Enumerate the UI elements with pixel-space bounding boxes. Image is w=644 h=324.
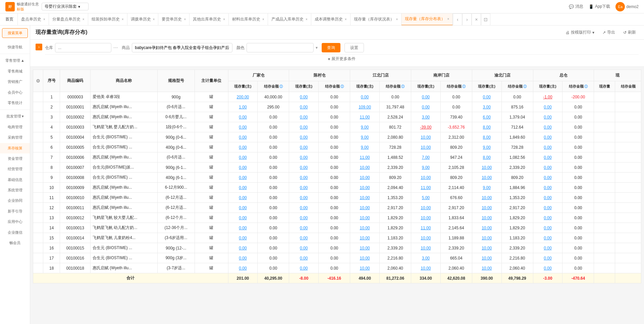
row-total-qty[interactable]: 0.00 xyxy=(533,243,562,253)
sidebar-item-finance[interactable]: 资金管理 xyxy=(0,153,30,164)
row-yubeimen-qty[interactable]: 9.00 xyxy=(472,183,501,193)
sidebar-item-corp-collab[interactable]: 企业协同 xyxy=(0,195,30,206)
color-input[interactable] xyxy=(247,43,314,52)
row-factory-qty[interactable]: 0.00 xyxy=(228,122,258,132)
row-yubeimen-qty[interactable]: 10.00 xyxy=(472,173,501,183)
sidebar-item-ecommerce[interactable]: 电商管理 xyxy=(0,122,30,132)
sidebar-item-new-guide[interactable]: 新手引导 xyxy=(0,206,30,217)
row-jiangbei-qty[interactable]: 9.00 xyxy=(350,122,380,132)
row-jiangbei-qty[interactable]: 10.00 xyxy=(350,203,380,213)
row-chenjia-qty[interactable]: 0.00 xyxy=(289,263,319,273)
row-yubeimen-qty[interactable]: 3.00 xyxy=(472,102,501,112)
row-yubeimen-qty[interactable]: 8.00 xyxy=(472,152,501,163)
sidebar-item-marketing[interactable]: 营销推广 xyxy=(0,77,30,87)
info-icon[interactable]: ⓘ xyxy=(462,85,466,88)
goods-input[interactable] xyxy=(132,43,232,52)
expand-conditions-button[interactable]: ▾ 展开更多条件 xyxy=(328,56,356,62)
row-nanan-qty[interactable]: 10.00 xyxy=(411,213,440,223)
sidebar-item-inventory[interactable]: 库存核算 xyxy=(0,143,30,153)
row-factory-qty[interactable]: 0.00 xyxy=(228,263,258,273)
row-chenjia-qty[interactable]: 0.00 xyxy=(289,163,319,173)
row-factory-qty[interactable]: 0.00 xyxy=(228,152,258,163)
row-factory-qty[interactable]: 0.00 xyxy=(228,213,258,223)
export-button[interactable]: ↗ 导出 xyxy=(600,28,618,37)
row-jiangbei-qty[interactable]: 10.00 xyxy=(350,173,380,183)
tab-close-icon[interactable]: × xyxy=(345,17,347,21)
sidebar-item-corp-wechat[interactable]: 企业微信 xyxy=(0,227,30,238)
row-jiangbei-qty[interactable]: 10.00 xyxy=(350,223,380,233)
tab-finished-in[interactable]: 产成品入库单历史 × xyxy=(268,13,311,26)
tab-transfer[interactable]: 调拨单历史 × xyxy=(127,13,159,26)
tab-inventory-check[interactable]: 盘点单历史 × xyxy=(18,13,49,26)
tab-next-button[interactable]: › xyxy=(462,13,472,26)
row-total-qty[interactable]: 0.00 xyxy=(533,223,562,233)
row-factory-qty[interactable]: 200.00 xyxy=(228,92,258,102)
info-icon[interactable]: ⓘ xyxy=(279,85,283,88)
row-factory-qty[interactable]: 0.00 xyxy=(228,163,258,173)
row-nanan-qty[interactable]: 10.00 xyxy=(411,173,440,183)
tab-close-icon[interactable]: × xyxy=(184,17,186,21)
row-total-qty[interactable]: 0.00 xyxy=(533,263,562,273)
message-button[interactable]: 💬 消息 xyxy=(569,4,583,9)
tab-close-icon[interactable]: × xyxy=(447,17,449,21)
row-total-qty[interactable]: 0.00 xyxy=(533,173,562,183)
sidebar-item-quick-nav[interactable]: 快捷导航 xyxy=(0,42,30,52)
row-yubeimen-qty[interactable]: 10.00 xyxy=(472,253,501,263)
tab-expand-button[interactable]: ⊡ xyxy=(481,13,490,26)
row-nanan-qty[interactable]: -39.00 xyxy=(411,122,440,132)
row-factory-qty[interactable]: 1.00 xyxy=(228,102,258,112)
tab-other-out[interactable]: 其他出库单历史 × xyxy=(190,13,229,26)
row-yubeimen-qty[interactable]: 10.00 xyxy=(472,163,501,173)
gear-icon[interactable]: ⚙ xyxy=(36,78,40,84)
warehouse-input[interactable] xyxy=(55,43,111,52)
info-icon[interactable]: ⓘ xyxy=(401,85,405,88)
row-jiangbei-qty[interactable]: 11.00 xyxy=(350,112,380,122)
row-yubeimen-qty[interactable]: 10.00 xyxy=(472,203,501,213)
row-factory-qty[interactable]: 0.00 xyxy=(228,142,258,152)
row-total-qty[interactable]: 0.00 xyxy=(533,233,562,243)
info-icon[interactable]: ⓘ xyxy=(584,85,588,88)
user-profile[interactable]: Ea demo2 xyxy=(615,2,639,11)
print-button[interactable]: 🖨 按模版打印 ▾ xyxy=(563,28,597,37)
app-download-button[interactable]: 📱 App下载 xyxy=(589,4,610,9)
row-yubeimen-qty[interactable]: 10.00 xyxy=(472,223,501,233)
row-nanan-qty[interactable]: 10.00 xyxy=(411,243,440,253)
row-chenjia-qty[interactable]: 0.00 xyxy=(289,173,319,183)
row-jiangbei-qty[interactable]: 9.00 xyxy=(350,142,380,152)
tab-close-icon[interactable]: × xyxy=(306,17,308,21)
row-total-qty[interactable]: -1.00 xyxy=(533,92,562,102)
tab-stock-status[interactable]: 现存量（库存状况表） × xyxy=(351,13,402,26)
search-single-button[interactable]: 搜索英单 xyxy=(2,28,28,38)
row-nanan-qty[interactable]: 10.00 xyxy=(411,132,440,142)
row-factory-qty[interactable]: 0.00 xyxy=(228,112,258,122)
info-icon[interactable]: ⓘ xyxy=(340,85,344,88)
row-nanan-qty[interactable]: 10.00 xyxy=(411,142,440,152)
tab-sub-inventory[interactable]: 分量盘点单历史 × xyxy=(49,13,88,26)
tab-close-icon[interactable]: × xyxy=(396,17,398,21)
tab-prev-button[interactable]: ‹ xyxy=(453,13,462,26)
row-total-qty[interactable]: 0.00 xyxy=(533,203,562,213)
tab-home[interactable]: 首页 xyxy=(1,13,18,26)
row-nanan-qty[interactable]: 10.00 xyxy=(411,203,440,213)
row-nanan-qty[interactable]: 5.00 xyxy=(411,193,440,203)
row-chenjia-qty[interactable]: 0.00 xyxy=(289,203,319,213)
row-jiangbei-qty[interactable]: 10.00 xyxy=(350,183,380,193)
row-yubeimen-qty[interactable]: 10.00 xyxy=(472,263,501,273)
tab-close-icon[interactable]: × xyxy=(262,17,264,21)
sidebar-item-purchase[interactable]: 采购管理 xyxy=(0,132,30,143)
row-yubeimen-qty[interactable]: 6.00 xyxy=(472,112,501,122)
row-factory-qty[interactable]: 0.00 xyxy=(228,233,258,243)
row-chenjia-qty[interactable]: 0.00 xyxy=(289,132,319,142)
tab-close-icon[interactable]: × xyxy=(83,17,85,21)
row-jiangbei-qty[interactable]: 10.00 xyxy=(350,213,380,223)
row-nanan-qty[interactable]: 11.00 xyxy=(411,183,440,193)
sidebar-item-system[interactable]: 系统管理 xyxy=(0,185,30,195)
info-icon[interactable]: ⓘ xyxy=(523,85,527,88)
arrow-right-icon[interactable]: › xyxy=(36,44,42,50)
row-nanan-qty[interactable]: 0.00 xyxy=(411,102,440,112)
row-total-qty[interactable]: 0.00 xyxy=(533,142,562,152)
row-jiangbei-qty[interactable]: 11.00 xyxy=(350,152,380,163)
row-nanan-qty[interactable]: 10.00 xyxy=(411,233,440,243)
sidebar-item-retail-shop[interactable]: 零售商城 xyxy=(0,66,30,77)
row-chenjia-qty[interactable]: 0.00 xyxy=(289,142,319,152)
